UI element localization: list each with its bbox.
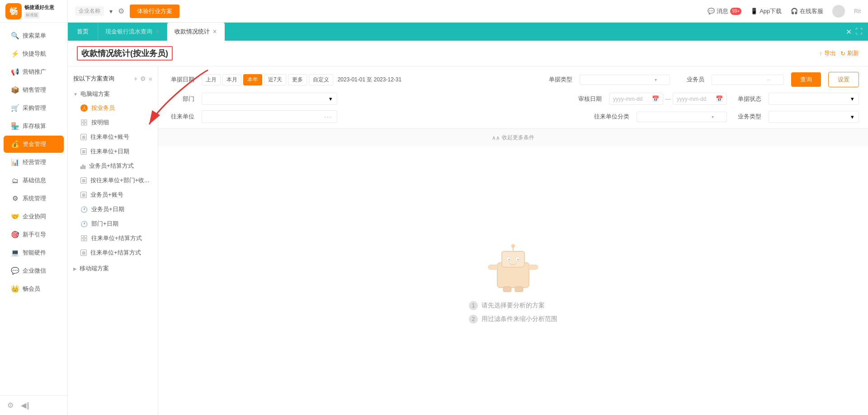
review-date-end[interactable]: yyyy-mm-dd 📅	[673, 93, 727, 105]
scheme-item-counterpart-settlement2[interactable]: ▦ 往来单位+结算方式	[68, 245, 158, 260]
tab-home[interactable]: 首页	[68, 23, 98, 41]
tab-fullscreen-icon[interactable]: ⛶	[855, 28, 863, 36]
this-year-tab[interactable]: 本年	[243, 74, 262, 85]
sidebar-item-system[interactable]: ⚙ 系统管理	[4, 190, 64, 207]
sidebar-item-purchase[interactable]: 🛒 采购管理	[4, 99, 64, 117]
scheme-collapse-icon[interactable]: «	[149, 75, 152, 82]
scheme-item-counterpart-settlement1[interactable]: 往来单位+结算方式	[68, 231, 158, 245]
app-download-btn[interactable]: 📱 App下载	[750, 7, 782, 15]
scheme-header-icons: + ⚙ «	[134, 75, 152, 82]
more-tab[interactable]: 更多	[288, 74, 307, 85]
salesperson-date-label: 业务员+日期	[91, 205, 124, 213]
nav-label-member: 畅会员	[23, 285, 40, 293]
salesperson-select[interactable]: ···	[712, 75, 784, 85]
doc-type-arrow: ▾	[655, 77, 657, 82]
collection-tab-close[interactable]: ✕	[212, 28, 217, 35]
refresh-button[interactable]: ↻ 刷新	[840, 49, 859, 57]
scheme-item-salesperson-settlement[interactable]: 业务员+结算方式	[68, 159, 158, 173]
page-title: 收款情况统计(按业务员)	[77, 46, 173, 61]
app-download-label: App下载	[760, 7, 782, 15]
sidebar-item-sales[interactable]: 📦 销售管理	[4, 81, 64, 99]
counterpart-input[interactable]: ···	[202, 110, 337, 123]
sidebar-item-quicknav[interactable]: ⚡ 快捷导航	[4, 45, 64, 62]
sidebar-item-finance[interactable]: 💰 资金管理	[4, 136, 64, 153]
solution-button[interactable]: 体验行业方案	[130, 5, 179, 18]
svg-rect-5	[85, 236, 87, 238]
scheme-item-counterpart-dept-collection[interactable]: ▦ 按往来单位+部门+收...	[68, 173, 158, 188]
single-status-select[interactable]: ▾	[769, 93, 859, 105]
tab-close-all-icon[interactable]: ✕	[846, 28, 852, 36]
nav-icon-basic: 🗂	[11, 176, 19, 184]
export-button[interactable]: ↑ 导出	[820, 49, 836, 57]
last-month-tab[interactable]: 上月	[202, 74, 221, 85]
scheme-group-desktop-title[interactable]: ▼ 电脑端方案	[68, 87, 158, 101]
sidebar-item-basic[interactable]: 🗂 基础信息	[4, 172, 64, 189]
scheme-item-salesperson-account[interactable]: ▦ 业务员+账号	[68, 188, 158, 202]
nav-label-newbie: 新手引导	[23, 231, 46, 239]
settings-gear-icon[interactable]: ⚙	[118, 7, 124, 15]
tab-collection[interactable]: 收款情况统计 ✕	[167, 23, 225, 41]
salesperson-icon: 人	[80, 104, 88, 112]
scheme-item-counterpart-account[interactable]: ▦ 往来单位+账号	[68, 130, 158, 144]
tab-bank[interactable]: 现金银行流水查询 ✕	[98, 23, 167, 41]
dept-select[interactable]: ▾	[202, 93, 337, 105]
bank-tab-close[interactable]: ✕	[155, 28, 160, 35]
counterpart-ellipsis[interactable]: ···	[324, 113, 332, 120]
nav-label-marketing: 营销推广	[23, 68, 46, 76]
logo-area: 畅 畅捷通好生意 标准版	[0, 0, 67, 23]
scheme-item-dept-date[interactable]: 🕐 部门+日期	[68, 217, 158, 231]
salesperson-label: 按业务员	[91, 104, 115, 112]
scheme-settings-icon[interactable]: ⚙	[140, 75, 146, 82]
sidebar-item-inventory[interactable]: 🏪 库存核算	[4, 118, 64, 135]
messages-label: 消息	[717, 7, 728, 15]
last7-tab[interactable]: 近7天	[264, 74, 286, 85]
detail-icon	[80, 119, 88, 126]
breadcrumb-dropdown[interactable]: ▾	[109, 8, 113, 15]
svg-rect-7	[85, 239, 87, 241]
sidebar-item-wechat[interactable]: 💬 企业微信	[4, 262, 64, 279]
scheme-group-mobile-title[interactable]: ▶ 移动端方案	[68, 262, 158, 275]
counterpart-settlement1-label: 往来单位+结算方式	[91, 234, 142, 242]
scheme-add-icon[interactable]: +	[134, 75, 137, 82]
query-button[interactable]: 查询	[791, 72, 821, 87]
review-date-start-placeholder: yyyy-mm-dd	[613, 96, 642, 102]
custom-tab[interactable]: 自定义	[309, 74, 333, 85]
sidebar-item-operation[interactable]: 📊 经营管理	[4, 154, 64, 171]
settings-button[interactable]: 设置	[828, 72, 859, 87]
user-avatar[interactable]	[832, 5, 845, 18]
online-service-btn[interactable]: 🎧 在线客服	[791, 7, 823, 15]
counterpart-settlement2-icon: ▦	[80, 250, 87, 256]
refresh-icon: ↻	[840, 50, 845, 57]
mobile-group-label: 移动端方案	[80, 264, 109, 273]
collapse-bar[interactable]: ∧∧ 收起更多条件	[158, 129, 868, 146]
sidebar-item-member[interactable]: 👑 畅会员	[4, 280, 64, 297]
sidebar-footer: ⚙ ◀‖	[0, 395, 67, 415]
date-range-text: 2023-01-01 至 2023-12-31	[338, 76, 401, 84]
logo-badge: 标准版	[24, 12, 39, 19]
sidebar-item-newbie[interactable]: 🎯 新手引导	[4, 226, 64, 243]
review-date-range: yyyy-mm-dd 📅 — yyyy-mm-dd 📅	[609, 93, 727, 105]
counterpart-date-icon: ▦	[80, 148, 87, 155]
doc-type-select[interactable]: ▾	[580, 75, 670, 85]
scheme-item-counterpart-date[interactable]: ▦ 往来单位+日期	[68, 144, 158, 159]
footer-collapse-icon[interactable]: ◀‖	[21, 401, 30, 410]
this-month-tab[interactable]: 本月	[222, 74, 241, 85]
scheme-item-salesperson-date[interactable]: 🕐 业务员+日期	[68, 202, 158, 217]
headset-icon: 🎧	[791, 8, 798, 14]
nav-icon-system: ⚙	[11, 194, 19, 203]
biz-type-select[interactable]: ▾	[769, 111, 859, 123]
counterpart-dept-icon: ▦	[80, 177, 87, 184]
sidebar-item-search[interactable]: 🔍 搜索菜单	[4, 27, 64, 44]
counterpart-category-select[interactable]: ▾	[637, 112, 727, 122]
salesperson-settlement-label: 业务员+结算方式	[89, 162, 134, 170]
tip-num-2: 2	[469, 315, 478, 324]
scheme-item-by-detail[interactable]: 按明细	[68, 115, 158, 130]
review-date-start[interactable]: yyyy-mm-dd 📅	[609, 93, 663, 105]
messages-btn[interactable]: 💬 消息 99+	[708, 7, 741, 15]
footer-settings-icon[interactable]: ⚙	[7, 401, 14, 410]
sidebar-item-enterprise[interactable]: 🤝 企业协同	[4, 208, 64, 225]
sidebar-item-hardware[interactable]: 💻 智能硬件	[4, 244, 64, 261]
scheme-item-by-salesperson[interactable]: 人 按业务员	[68, 101, 158, 115]
empty-illustration	[486, 238, 540, 292]
sidebar-item-marketing[interactable]: 📢 营销推广	[4, 63, 64, 80]
